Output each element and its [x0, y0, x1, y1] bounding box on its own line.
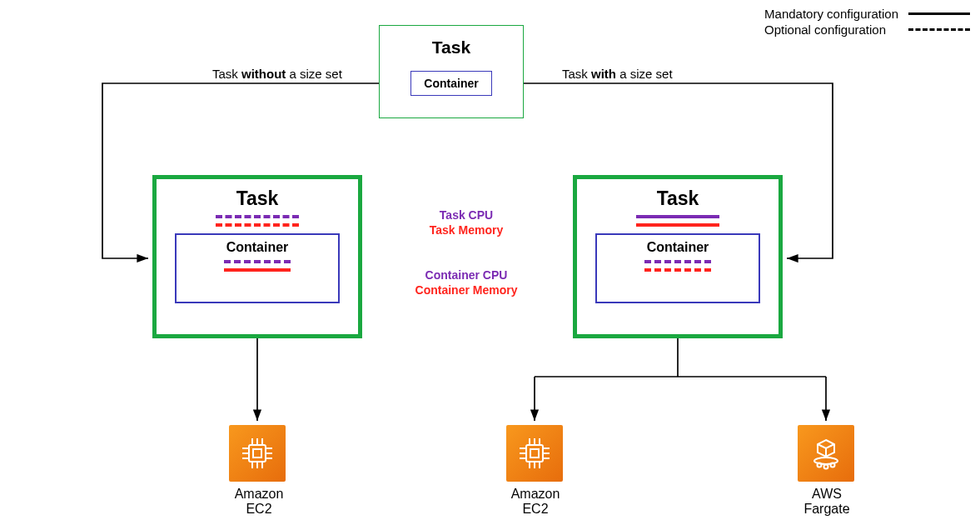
chip-icon	[516, 435, 553, 472]
right-task-memory-line	[636, 223, 719, 227]
ec2-icon-left	[229, 425, 286, 482]
ec2-icon-right	[506, 425, 563, 482]
left-container-box: Container	[175, 233, 340, 303]
edge-label-without-size: Task without a size set	[212, 67, 342, 81]
right-container-box: Container	[595, 233, 760, 303]
edge-label-with-size: Task with a size set	[562, 67, 673, 81]
legend-row-optional: Optional configuration	[764, 22, 970, 37]
right-task-box: Task Container	[573, 175, 783, 338]
right-container-label: Container	[597, 240, 759, 255]
left-task-box: Task Container	[152, 175, 362, 338]
top-task-box: Task Container	[379, 25, 524, 118]
container-memory-label: Container Memory	[404, 283, 529, 297]
left-task-cpu-line	[216, 215, 299, 218]
container-cpu-label: Container CPU	[404, 268, 529, 282]
diagram-canvas: Mandatory configuration Optional configu…	[0, 0, 980, 525]
chip-icon	[239, 435, 276, 472]
svg-rect-1	[253, 449, 261, 458]
config-labels-group: Task CPU Task Memory Container CPU Conta…	[404, 208, 529, 297]
left-task-memory-line	[216, 223, 299, 227]
right-task-title: Task	[577, 188, 779, 210]
right-container-cpu-line	[644, 260, 711, 263]
task-memory-label: Task Memory	[404, 223, 529, 237]
task-cpu-label: Task CPU	[404, 208, 529, 222]
right-task-cpu-line	[636, 215, 719, 218]
legend-label-optional: Optional configuration	[764, 22, 886, 37]
legend-line-solid	[908, 12, 970, 15]
svg-point-29	[818, 463, 822, 468]
svg-point-30	[824, 465, 828, 469]
top-task-container: Container	[410, 71, 492, 96]
left-container-cpu-line	[224, 260, 291, 263]
legend-line-dashed	[908, 28, 970, 31]
svg-rect-0	[249, 445, 266, 462]
ec2-label-right: Amazon EC2	[498, 487, 573, 517]
svg-rect-15	[530, 449, 539, 458]
fargate-label: AWS Fargate	[789, 487, 864, 517]
right-container-memory-line	[644, 268, 711, 272]
left-container-label: Container	[177, 240, 338, 255]
cube-icon	[808, 435, 844, 472]
fargate-icon	[798, 425, 854, 482]
left-container-memory-line	[224, 268, 291, 272]
top-task-title: Task	[380, 38, 523, 58]
svg-rect-14	[526, 445, 543, 462]
ec2-label-left: Amazon EC2	[221, 487, 296, 517]
svg-point-31	[831, 463, 835, 468]
legend-label-mandatory: Mandatory configuration	[764, 7, 898, 21]
legend-row-mandatory: Mandatory configuration	[764, 7, 970, 21]
left-task-title: Task	[157, 188, 358, 210]
legend: Mandatory configuration Optional configu…	[764, 7, 970, 38]
